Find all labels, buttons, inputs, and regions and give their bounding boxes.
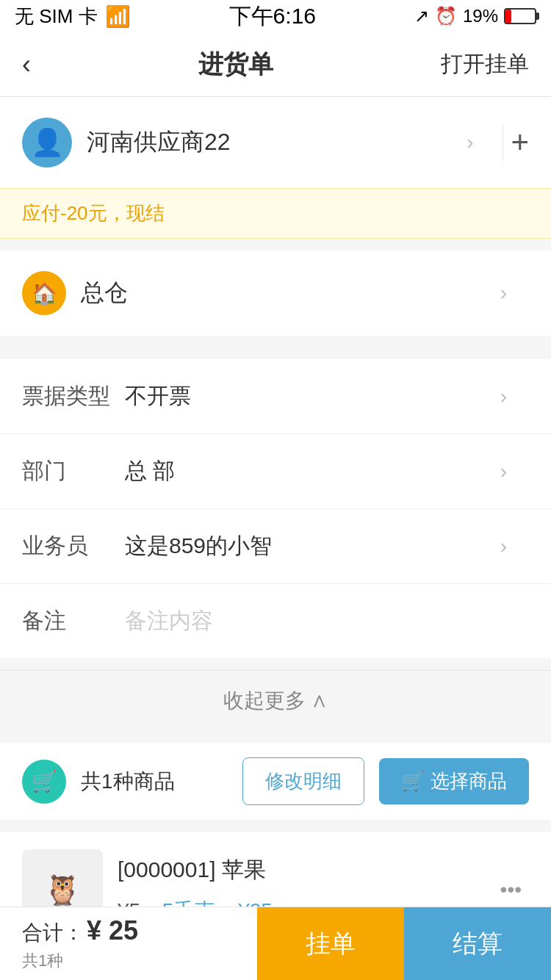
remark-input[interactable]: 备注内容	[125, 606, 529, 636]
section-gap-3	[0, 731, 551, 743]
select-products-label: 选择商品	[431, 768, 507, 794]
invoice-type-value: 不开票	[125, 381, 500, 411]
content: 👤 河南供应商22 › + 应付-20元，现结 🏠 总仓 › 票据类型 不开票 …	[0, 97, 551, 980]
alarm-icon: ⏰	[435, 6, 457, 26]
products-count: 共1种商品	[81, 768, 228, 796]
invoice-type-label: 票据类型	[22, 381, 125, 411]
supplier-alert: 应付-20元，现结	[0, 188, 551, 239]
avatar-icon: 👤	[31, 127, 64, 158]
open-hang-button[interactable]: 打开挂单	[441, 49, 529, 79]
warehouse-chevron-icon: ›	[500, 281, 507, 305]
select-products-button[interactable]: 🛒 选择商品	[379, 758, 529, 804]
section-gap-1	[0, 239, 551, 251]
department-label: 部门	[22, 456, 125, 486]
product-title: 苹果	[222, 857, 266, 882]
invoice-type-row[interactable]: 票据类型 不开票 ›	[0, 359, 551, 434]
status-bar-time: 下午6:16	[229, 1, 316, 32]
salesperson-chevron-icon: ›	[500, 535, 507, 558]
total-count: 共1种	[22, 950, 235, 972]
salesperson-value: 这是859的小智	[125, 531, 500, 561]
product-code: [0000001]	[118, 857, 222, 882]
nav-bar: ‹ 进货单 打开挂单	[0, 32, 551, 97]
battery-icon	[504, 8, 536, 24]
supplier-row[interactable]: 👤 河南供应商22 › +	[0, 97, 551, 188]
wifi-icon: 📶	[105, 4, 131, 29]
battery-fill	[505, 10, 511, 23]
invoice-type-chevron-icon: ›	[500, 385, 507, 408]
total-section: 合计： ¥ 25 共1种	[0, 915, 257, 972]
edit-details-button[interactable]: 修改明细	[242, 757, 364, 805]
supplier-section: 👤 河南供应商22 › + 应付-20元，现结	[0, 97, 551, 239]
supplier-chevron-icon: ›	[467, 131, 473, 154]
salesperson-row[interactable]: 业务员 这是859的小智 ›	[0, 509, 551, 584]
select-icon: 🛒	[401, 770, 425, 793]
department-chevron-icon: ›	[500, 460, 507, 483]
section-gap-2	[0, 347, 551, 359]
warehouse-icon: 🏠	[22, 271, 66, 315]
form-card: 票据类型 不开票 › 部门 总 部 › 业务员 这是859的小智 › 备注 备注…	[0, 359, 551, 658]
total-amount: ¥ 25	[87, 915, 138, 946]
department-row[interactable]: 部门 总 部 ›	[0, 434, 551, 509]
status-bar-right: ↗ ⏰ 19%	[414, 6, 536, 26]
products-icon: 🛒	[22, 760, 66, 804]
warehouse-name: 总仓	[81, 277, 500, 309]
product-thumb-icon: 🦉	[44, 873, 81, 907]
products-header: 🛒 共1种商品 修改明细 🛒 选择商品	[0, 743, 551, 820]
status-bar: 无 SIM 卡 📶 下午6:16 ↗ ⏰ 19%	[0, 0, 551, 32]
carrier-label: 无 SIM 卡	[15, 4, 98, 29]
department-value: 总 部	[125, 456, 500, 486]
remark-row[interactable]: 备注 备注内容	[0, 584, 551, 658]
add-supplier-button[interactable]: +	[511, 125, 529, 160]
hang-order-button[interactable]: 挂单	[257, 907, 404, 981]
salesperson-label: 业务员	[22, 531, 125, 561]
warehouse-symbol: 🏠	[32, 281, 57, 306]
collapse-label: 收起更多 ∧	[223, 689, 328, 712]
product-name: [0000001] 苹果	[118, 855, 478, 885]
back-button[interactable]: ‹	[22, 49, 31, 80]
remark-label: 备注	[22, 606, 125, 636]
total-label: 合计：	[22, 919, 84, 947]
warehouse-row[interactable]: 🏠 总仓 ›	[0, 251, 551, 336]
collapse-button[interactable]: 收起更多 ∧	[0, 670, 551, 731]
product-more-button[interactable]: •••	[493, 871, 529, 909]
cart-icon: 🛒	[32, 769, 57, 793]
status-bar-left: 无 SIM 卡 📶	[15, 4, 131, 29]
vertical-divider	[503, 124, 503, 161]
bottom-bar: 合计： ¥ 25 共1种 挂单 结算	[0, 907, 551, 980]
page-title: 进货单	[198, 48, 273, 82]
supplier-avatar: 👤	[22, 118, 72, 167]
checkout-button[interactable]: 结算	[404, 907, 551, 981]
battery-label: 19%	[463, 6, 498, 26]
location-icon: ↗	[414, 6, 429, 26]
supplier-name: 河南供应商22	[87, 126, 467, 159]
